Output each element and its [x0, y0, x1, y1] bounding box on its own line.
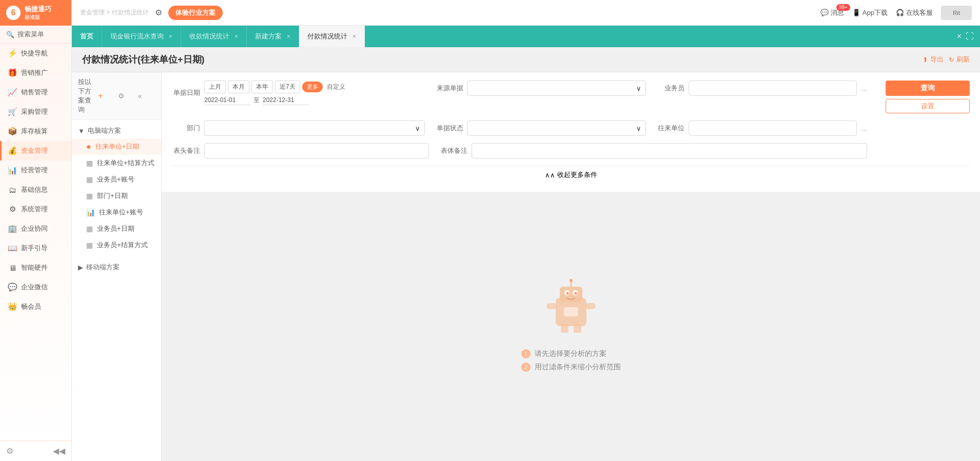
scheme-item-label: 部门+日期 [97, 191, 128, 201]
tab-cashflow[interactable]: 现金银行流水查询 × [102, 26, 181, 47]
sidebar-item-label: 畅会员 [21, 302, 41, 311]
topbar-settings-btn[interactable]: ⚙ [155, 8, 162, 17]
scheme-gear-btn[interactable]: ⚙ [118, 92, 135, 100]
sidebar-item-inventory[interactable]: 📦 库存核算 [0, 122, 71, 141]
scheme-sidebar-header: 按以下方案查询 + ⚙ « [72, 72, 161, 120]
sidebar-item-hardware[interactable]: 🖥 智能硬件 [0, 258, 71, 277]
export-btn[interactable]: ⬆ 导出 [923, 55, 944, 64]
body-note-label: 表体备注 [439, 146, 467, 155]
scheme-item-icon-unit-settlement: ▦ [86, 159, 93, 167]
scheme-item-staff-settlement[interactable]: ▦ 业务员+结算方式 [72, 237, 161, 253]
filter-area: 单据日期 上月 本月 本年 近7天 更多 自定义 [162, 72, 980, 192]
related-unit-dots[interactable]: ... [861, 124, 867, 132]
date-btn-7days[interactable]: 近7天 [275, 81, 300, 93]
tab-receipt[interactable]: 收款情况统计 × [181, 26, 247, 47]
app-download-btn[interactable]: 📱 App下载 [852, 8, 888, 17]
filter-row-1: 单据日期 上月 本月 本年 近7天 更多 自定义 [172, 81, 970, 113]
sidebar-item-marketing[interactable]: 🎁 营销推广 [0, 63, 71, 83]
tab-cashflow-close[interactable]: × [169, 33, 172, 40]
scheme-mobile-group: ▶ 移动端方案 [72, 256, 161, 278]
tabs-close-all-btn[interactable]: × [957, 32, 962, 41]
search-menu[interactable]: 🔍 搜索菜单 [0, 26, 71, 44]
dept-select[interactable]: ∨ [204, 121, 425, 136]
header-note-input[interactable] [204, 143, 429, 158]
tab-payment-stat[interactable]: 付款情况统计 × [299, 26, 365, 47]
date-start-input[interactable] [204, 95, 250, 105]
sidebar-item-basic[interactable]: 🗂 基础信息 [0, 180, 71, 199]
svg-rect-12 [564, 307, 578, 316]
filter-row-3: 表头备注 表体备注 [172, 143, 970, 158]
collapse-filters-btn[interactable]: ∧∧ 收起更多条件 [172, 166, 970, 184]
date-btn-last-month[interactable]: 上月 [204, 81, 226, 93]
tab-payment-stat-close[interactable]: × [352, 33, 356, 40]
settings-small-btn[interactable]: 设置 [886, 99, 970, 113]
trial-btn[interactable]: 体验行业方案 [168, 6, 223, 20]
empty-tip-num-2: 2 [521, 363, 531, 372]
filter-item-staff: 业务员 ... [656, 81, 867, 96]
tab-home[interactable]: 首页 [72, 26, 102, 47]
main-area: 资金管理 > 付款情况统计 ⚙ 体验行业方案 💬 消息 99+ 📱 App下载 … [72, 0, 980, 461]
staff-select[interactable] [689, 81, 857, 96]
sidebar-item-system[interactable]: ⚙ 系统管理 [0, 199, 71, 219]
tabs-bar: 首页 现金银行流水查询 × 收款情况统计 × 新建方案 × 付款情况统计 × ×… [72, 26, 980, 47]
user-avatar[interactable]: Rit [941, 6, 972, 20]
date-end-input[interactable] [263, 95, 309, 105]
sidebar-item-shortcut[interactable]: ⚡ 快捷导航 [0, 44, 71, 63]
scheme-item-icon-unit-date: ● [86, 142, 91, 151]
collapse-sidebar-btn[interactable]: ◀◀ [53, 446, 65, 456]
sidebar-logo: 6 畅捷通巧 标准版 [0, 0, 71, 26]
svg-rect-8 [561, 324, 569, 333]
message-btn[interactable]: 💬 消息 99+ [820, 8, 844, 17]
sidebar-item-weixin[interactable]: 💬 企业微信 [0, 277, 71, 297]
tab-cashflow-label: 现金银行流水查询 [110, 32, 164, 41]
body-note-input[interactable] [472, 143, 867, 158]
sidebar-item-member[interactable]: 👑 畅会员 [0, 297, 71, 316]
date-btn-this-month[interactable]: 本月 [228, 81, 249, 93]
date-btn-more[interactable]: 更多 [302, 82, 323, 92]
scheme-item-label: 往来单位+结算方式 [97, 158, 154, 168]
sidebar-item-label: 营销推广 [21, 68, 48, 77]
tab-new-scheme[interactable]: 新建方案 × [247, 26, 299, 47]
sidebar-item-guide[interactable]: 📖 新手引导 [0, 238, 71, 258]
sidebar-item-label: 系统管理 [21, 205, 48, 214]
sidebar-item-purchase[interactable]: 🛒 采购管理 [0, 102, 71, 122]
refresh-btn[interactable]: ↻ 刷新 [949, 55, 970, 64]
sidebar-item-sales[interactable]: 📈 销售管理 [0, 83, 71, 102]
staff-dots[interactable]: ... [861, 84, 867, 92]
sidebar-item-label: 资金管理 [21, 146, 48, 155]
sidebar-item-label: 销售管理 [21, 88, 48, 97]
scheme-mobile-title[interactable]: ▶ 移动端方案 [72, 259, 161, 275]
date-btn-this-year[interactable]: 本年 [251, 81, 273, 93]
svg-point-11 [570, 279, 573, 282]
tabs-fullscreen-btn[interactable]: ⛶ [966, 32, 974, 41]
filter-item-header-note: 表头备注 [172, 143, 429, 158]
scheme-item-label: 往来单位+日期 [95, 142, 140, 151]
scheme-collapse-btn[interactable]: « [138, 92, 155, 100]
sidebar-item-label: 企业微信 [21, 283, 48, 292]
voucher-status-select[interactable]: ∨ [467, 121, 646, 136]
scheme-item-dept-date[interactable]: ▦ 部门+日期 [72, 188, 161, 204]
filter-item-source: 来源单据 ∨ [435, 81, 646, 96]
sidebar-item-corp[interactable]: 🏢 企业协同 [0, 219, 71, 238]
scheme-item-unit-settlement[interactable]: ▦ 往来单位+结算方式 [72, 155, 161, 171]
query-btn[interactable]: 查询 [886, 81, 970, 96]
related-unit-select[interactable] [689, 121, 857, 136]
scheme-desktop-title[interactable]: ▼ 电脑端方案 [72, 123, 161, 138]
scheme-item-unit-account[interactable]: 📊 往来单位+账号 [72, 204, 161, 221]
system-icon: ⚙ [8, 205, 17, 214]
scheme-add-btn[interactable]: + [98, 91, 115, 101]
service-btn[interactable]: 🎧 在线客服 [896, 8, 933, 17]
tab-new-scheme-close[interactable]: × [287, 33, 290, 40]
sidebar-item-operation[interactable]: 📊 经营管理 [0, 161, 71, 180]
sidebar: 6 畅捷通巧 标准版 🔍 搜索菜单 ⚡ 快捷导航 🎁 营销推广 📈 销售管理 🛒… [0, 0, 72, 461]
scheme-item-staff-date[interactable]: ▦ 业务员+日期 [72, 221, 161, 237]
sidebar-item-finance[interactable]: 💰 资金管理 [0, 141, 71, 161]
scheme-desktop-label: 电脑端方案 [88, 126, 121, 135]
tab-receipt-close[interactable]: × [234, 33, 238, 40]
scheme-item-label: 业务员+账号 [97, 175, 134, 184]
scheme-item-unit-date[interactable]: ● 往来单位+日期 [72, 138, 161, 155]
settings-bottom-icon[interactable]: ⚙ [6, 446, 13, 456]
scheme-item-staff-account[interactable]: ▦ 业务员+账号 [72, 171, 161, 188]
source-select-arrow: ∨ [636, 85, 641, 92]
source-select[interactable]: ∨ [467, 81, 646, 96]
